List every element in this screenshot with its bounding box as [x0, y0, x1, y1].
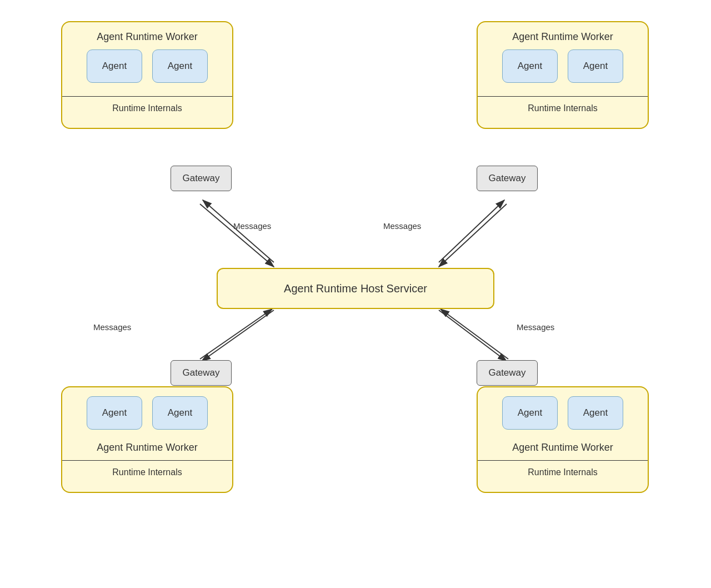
- worker-top-section-br: Agent Agent Agent Runtime Worker: [478, 387, 648, 458]
- worker-title-bl: Agent Runtime Worker: [97, 442, 198, 454]
- agent-box-tl-2: Agent: [152, 49, 208, 83]
- worker-top-section-bl: Agent Agent Agent Runtime Worker: [62, 387, 232, 458]
- gateway-label-br: Gateway: [488, 367, 525, 378]
- worker-top-section-tr: Agent Runtime Worker Agent Agent: [478, 22, 648, 94]
- agent-box-bl-1: Agent: [87, 396, 142, 430]
- gateway-box-tr: Gateway: [477, 166, 538, 191]
- agent-box-bl-2: Agent: [152, 396, 208, 430]
- gateway-label-tl: Gateway: [182, 173, 219, 184]
- svg-line-7: [200, 309, 272, 359]
- svg-line-8: [439, 310, 507, 361]
- messages-label-bl: Messages: [93, 322, 131, 332]
- host-servicer-box: Agent Runtime Host Servicer: [217, 268, 494, 309]
- gateway-label-tr: Gateway: [488, 173, 525, 184]
- svg-line-6: [202, 310, 274, 361]
- gateway-label-bl: Gateway: [182, 367, 219, 378]
- worker-title-br: Agent Runtime Worker: [512, 442, 613, 454]
- agents-row-tr: Agent Agent: [502, 49, 623, 83]
- gateway-box-tl: Gateway: [171, 166, 232, 191]
- svg-line-5: [439, 200, 504, 262]
- runtime-internals-tl: Runtime Internals: [112, 103, 182, 113]
- messages-label-tr: Messages: [383, 221, 421, 231]
- worker-box-top-left: Agent Runtime Worker Agent Agent Runtime…: [61, 21, 233, 129]
- diagram-container: Agent Runtime Worker Agent Agent Runtime…: [0, 0, 711, 588]
- host-servicer-label: Agent Runtime Host Servicer: [284, 282, 427, 295]
- worker-bottom-section-br: Runtime Internals: [478, 463, 648, 492]
- svg-line-4: [439, 204, 507, 267]
- worker-top-section-tl: Agent Runtime Worker Agent Agent: [62, 22, 232, 94]
- gateway-box-bl: Gateway: [171, 360, 232, 386]
- agent-box-br-2: Agent: [568, 396, 623, 430]
- worker-bottom-section-tr: Runtime Internals: [478, 99, 648, 128]
- worker-box-bottom-right: Agent Agent Agent Runtime Worker Runtime…: [477, 386, 649, 493]
- svg-line-2: [200, 204, 274, 267]
- agents-row-tl: Agent Agent: [87, 49, 208, 83]
- worker-bottom-section-tl: Runtime Internals: [62, 99, 232, 128]
- agents-row-bl: Agent Agent: [87, 396, 208, 430]
- agent-box-tl-1: Agent: [87, 49, 142, 83]
- worker-title-tl: Agent Runtime Worker: [97, 31, 198, 43]
- svg-line-3: [203, 200, 274, 262]
- worker-divider-tl: [62, 96, 232, 97]
- agent-box-tr-1: Agent: [502, 49, 558, 83]
- agent-box-tr-2: Agent: [568, 49, 623, 83]
- agent-box-br-1: Agent: [502, 396, 558, 430]
- gateway-box-br: Gateway: [477, 360, 538, 386]
- worker-title-tr: Agent Runtime Worker: [512, 31, 613, 43]
- messages-label-br: Messages: [517, 322, 554, 332]
- runtime-internals-br: Runtime Internals: [528, 467, 597, 477]
- svg-line-9: [440, 309, 508, 359]
- runtime-internals-tr: Runtime Internals: [528, 103, 597, 113]
- worker-divider-br: [478, 460, 648, 461]
- worker-divider-bl: [62, 460, 232, 461]
- worker-box-bottom-left: Agent Agent Agent Runtime Worker Runtime…: [61, 386, 233, 493]
- worker-divider-tr: [478, 96, 648, 97]
- messages-label-tl: Messages: [233, 221, 271, 231]
- worker-box-top-right: Agent Runtime Worker Agent Agent Runtime…: [477, 21, 649, 129]
- worker-bottom-section-bl: Runtime Internals: [62, 463, 232, 492]
- agents-row-br: Agent Agent: [502, 396, 623, 430]
- runtime-internals-bl: Runtime Internals: [112, 467, 182, 477]
